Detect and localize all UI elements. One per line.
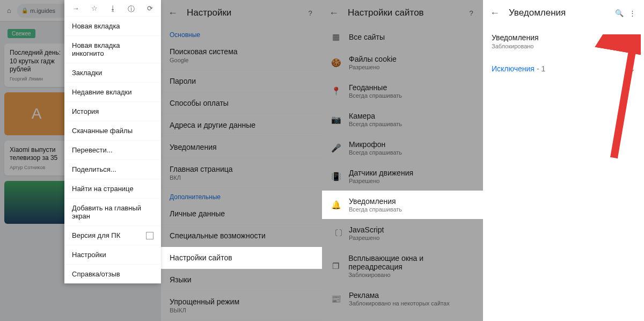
menu-add-home[interactable]: Добавить на главный экран: [64, 198, 161, 225]
menu-label: Новая вкладка: [72, 22, 120, 30]
row-bg-sync[interactable]: 🔄 Фоновая синхронизацияРазрешено: [322, 313, 483, 321]
row-sub: Разрешено: [349, 64, 397, 70]
ads-icon: 📰: [331, 294, 341, 304]
menu-label: Найти на странице: [72, 185, 134, 193]
row-sub: Всегда спрашивать: [349, 206, 402, 213]
row-sub: ВКЛ: [170, 174, 313, 181]
row-microphone[interactable]: 🎤 МикрофонВсегда спрашивать: [322, 134, 483, 162]
motion-icon: 📳: [331, 172, 341, 181]
info-icon[interactable]: ⓘ: [126, 4, 137, 14]
menu-new-incognito[interactable]: Новая вкладка инкогнито: [64, 35, 161, 63]
download-icon[interactable]: ⭳: [107, 4, 119, 14]
chevron-down-icon: ⌄: [630, 65, 635, 73]
menu-downloads[interactable]: Скачанные файлы: [64, 121, 161, 140]
menu-label: Недавние вкладки: [72, 88, 131, 96]
feed-badge[interactable]: Свежее: [8, 29, 35, 38]
back-icon[interactable]: ←: [327, 8, 340, 19]
row-camera[interactable]: 📷 КамераВсегда спрашивать: [322, 105, 483, 134]
row-passwords[interactable]: Пароли: [161, 70, 322, 92]
row-sub: Заблокировано: [492, 43, 610, 49]
menu-label: Версия для ПК: [72, 231, 120, 239]
row-label: Уведомления: [349, 197, 402, 206]
row-accessibility[interactable]: Специальные возможности: [161, 225, 322, 247]
row-notifications-toggle: Уведомления Заблокировано: [483, 26, 644, 57]
row-languages[interactable]: Языки: [161, 269, 322, 291]
row-exceptions[interactable]: Исключения - 1 ⌄: [483, 57, 644, 81]
toggle-switch[interactable]: [617, 37, 635, 46]
section-main: Основные: [161, 26, 322, 41]
menu-desktop-version[interactable]: Версия для ПК: [64, 225, 161, 245]
pane-site-settings: ← Настройки сайтов ? ▦ Все сайты 🍪 Файлы…: [322, 0, 483, 321]
menu-label: Скачанные файлы: [72, 127, 133, 135]
menu-label: Новая вкладка инкогнито: [72, 41, 153, 57]
menu-translate[interactable]: Перевести...: [64, 140, 161, 159]
card-author: Артур Сотников: [10, 165, 63, 170]
feed-thumb[interactable]: A: [4, 92, 69, 135]
menu-find[interactable]: Найти на странице: [64, 179, 161, 198]
row-notifications[interactable]: Уведомления: [161, 136, 322, 158]
toggle-knob: [617, 37, 626, 46]
menu-bookmarks[interactable]: Закладки: [64, 63, 161, 82]
menu-help[interactable]: Справка/отзыв: [64, 264, 161, 283]
row-popups[interactable]: ❐ Всплывающие окна и переадресацияЗаблок…: [322, 247, 483, 284]
row-site-settings[interactable]: Настройки сайтов: [161, 247, 322, 269]
back-icon[interactable]: ←: [166, 8, 179, 19]
row-label: Реклама: [349, 291, 450, 300]
home-icon[interactable]: ⌂: [3, 6, 15, 14]
menu-recent-tabs[interactable]: Недавние вкладки: [64, 82, 161, 101]
menu-icon-row: → ☆ ⭳ ⓘ ⟳: [64, 0, 161, 16]
search-icon[interactable]: 🔍: [613, 9, 626, 17]
row-label: JavaScript: [349, 225, 384, 234]
site-settings-list: ▦ Все сайты 🍪 Файлы cookieРазрешено 📍 Ге…: [322, 26, 483, 321]
menu-history[interactable]: История: [64, 101, 161, 121]
row-ads[interactable]: 📰 РекламаЗаблокировано на некоторых сайт…: [322, 284, 483, 313]
row-notifications[interactable]: 🔔 УведомленияВсегда спрашивать: [322, 191, 483, 219]
row-all-sites[interactable]: ▦ Все сайты: [322, 26, 483, 48]
row-cookies[interactable]: 🍪 Файлы cookieРазрешено: [322, 48, 483, 77]
row-lite-mode[interactable]: Упрощенный режим ВЫКЛ: [161, 291, 322, 320]
menu-label: Закладки: [72, 69, 102, 77]
row-label: Все сайты: [349, 33, 385, 41]
row-label: Адреса и другие данные: [170, 121, 313, 129]
pane-notifications: ← Уведомления 🔍 ⋮ Уведомления Заблокиров…: [483, 0, 644, 321]
row-javascript[interactable]: 〔〕 JavaScriptРазрешено: [322, 219, 483, 247]
row-label: Файлы cookie: [349, 55, 397, 63]
checkbox-icon[interactable]: [146, 232, 153, 239]
menu-label: Перевести...: [72, 146, 113, 154]
row-privacy[interactable]: Личные данные: [161, 203, 322, 225]
overflow-icon[interactable]: ⋮: [626, 9, 639, 17]
row-sub: Google: [170, 57, 313, 63]
menu-label: Справка/отзыв: [72, 270, 120, 278]
row-location[interactable]: 📍 ГеоданныеВсегда спрашивать: [322, 77, 483, 105]
topbar: ← Уведомления 🔍 ⋮: [483, 0, 644, 26]
row-sub: Разрешено: [349, 178, 413, 184]
page-title: Уведомления: [501, 8, 613, 18]
menu-label: Настройки: [72, 251, 106, 259]
row-label: Личные данные: [170, 209, 313, 218]
row-label: Способы оплаты: [170, 99, 313, 107]
row-label: Геоданные: [349, 83, 402, 92]
feed-card[interactable]: Xiaomi выпусти телевизор за 35 Артур Сот…: [4, 141, 69, 176]
menu-share[interactable]: Поделиться...: [64, 159, 161, 179]
row-homepage[interactable]: Главная страница ВКЛ: [161, 158, 322, 188]
forward-icon[interactable]: →: [70, 4, 82, 14]
row-search-engine[interactable]: Поисковая система Google: [161, 41, 322, 70]
card-title: Xiaomi выпусти телевизор за 35: [10, 146, 63, 163]
feed-thumb[interactable]: [4, 181, 69, 224]
row-motion[interactable]: 📳 Датчики движенияРазрешено: [322, 162, 483, 191]
refresh-icon[interactable]: ⟳: [144, 4, 156, 14]
menu-settings[interactable]: Настройки: [64, 245, 161, 264]
mic-icon: 🎤: [331, 143, 341, 153]
menu-new-tab[interactable]: Новая вкладка: [64, 16, 161, 35]
page-title: Настройки: [179, 8, 304, 18]
feed-card[interactable]: Последний день: 10 крутых гадж рублей Ге…: [4, 43, 69, 87]
help-icon[interactable]: ?: [304, 9, 317, 17]
row-label: Специальные возможности: [170, 231, 313, 240]
help-icon[interactable]: ?: [465, 9, 478, 17]
row-payments[interactable]: Способы оплаты: [161, 92, 322, 114]
cookie-icon: 🍪: [331, 58, 341, 68]
back-icon[interactable]: ←: [488, 8, 501, 19]
star-icon[interactable]: ☆: [89, 4, 100, 14]
card-title: Последний день: 10 крутых гадж рублей: [10, 49, 63, 74]
row-addresses[interactable]: Адреса и другие данные: [161, 114, 322, 136]
